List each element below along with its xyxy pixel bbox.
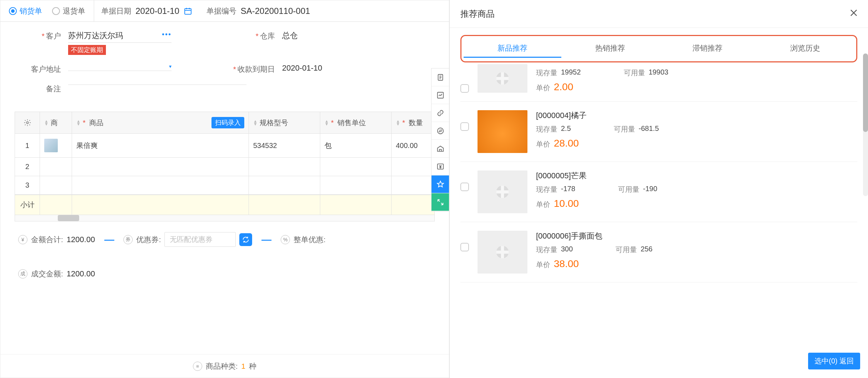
sort-icon: ▲▼ xyxy=(76,120,81,126)
currency-icon: ¥ xyxy=(18,235,27,244)
product-thumb xyxy=(44,139,58,152)
panel-title: 推荐商品 xyxy=(460,8,495,20)
svg-point-1 xyxy=(26,122,29,124)
tool-currency-icon[interactable] xyxy=(432,158,449,175)
doc-number-value: SA-20200110-001 xyxy=(241,6,310,16)
side-toolbar xyxy=(431,68,449,211)
product-image xyxy=(478,170,527,213)
table-row[interactable]: 1 果倍爽 534532 包 400.00 xyxy=(15,134,434,158)
tool-expand-icon[interactable] xyxy=(432,193,449,211)
doc-date-value[interactable]: 2020-01-10 xyxy=(136,6,179,16)
tab-hot[interactable]: 热销推荐 xyxy=(561,40,659,58)
horizontal-scrollbar[interactable] xyxy=(15,215,434,221)
col-spec[interactable]: ▲▼规格型号 xyxy=(249,112,320,133)
tab-label: 退货单 xyxy=(63,6,85,16)
customer-input[interactable]: 苏州万达沃尔玛 ••• xyxy=(68,29,172,43)
minus-icon: — xyxy=(261,234,271,245)
table-subtotal: 小计 xyxy=(15,195,434,215)
period-badge: 不固定账期 xyxy=(68,45,106,55)
amount-total: ¥ 金额合计: 1200.00 xyxy=(18,235,95,245)
tool-warehouse-icon[interactable] xyxy=(432,140,449,158)
tab-new[interactable]: 新品推荐 xyxy=(464,40,561,58)
radio-icon xyxy=(9,7,17,15)
checkbox[interactable] xyxy=(460,122,469,131)
product-image xyxy=(478,110,527,153)
minus-icon: — xyxy=(104,234,114,245)
col-unit[interactable]: ▲▼*销售单位 xyxy=(320,112,392,133)
doc-number: 单据编号 SA-20200110-001 xyxy=(199,6,317,16)
coupon-input[interactable]: 无匹配优惠券 xyxy=(164,232,236,247)
close-button[interactable] xyxy=(849,8,859,20)
customer-field: *客户 苏州万达沃尔玛 ••• 不固定账期 xyxy=(15,29,172,55)
tool-star-icon[interactable] xyxy=(432,175,449,193)
whole-discount: % 整单优惠: xyxy=(281,235,326,245)
label: 单据编号 xyxy=(206,6,236,16)
tab-return-order[interactable]: 退货单 xyxy=(47,6,90,16)
col-shang[interactable]: ▲▼商 xyxy=(40,112,72,133)
tab-history[interactable]: 浏览历史 xyxy=(756,40,854,58)
recommend-panel: 推荐商品 新品推荐 热销推荐 滞销推荐 浏览历史 250ml 现存量19952 … xyxy=(449,0,868,378)
label: 单据日期 xyxy=(101,6,131,16)
address-input[interactable]: ▾ xyxy=(68,62,172,71)
sales-form-pane: 销货单 退货单 单据日期 2020-01-10 单据编号 SA-20200110… xyxy=(0,0,449,378)
calendar-icon[interactable] xyxy=(184,7,192,15)
gear-icon xyxy=(24,119,31,127)
col-qty[interactable]: ▲▼*数量 xyxy=(392,112,434,133)
tool-note-icon[interactable] xyxy=(432,68,449,86)
chevron-down-icon[interactable]: ▾ xyxy=(169,63,172,69)
checkbox[interactable] xyxy=(460,243,469,251)
footer-bar: ≡ 商品种类: 1 种 xyxy=(0,354,449,378)
product-image xyxy=(478,64,527,93)
product-item[interactable]: [0000004]橘子 现存量2.5 可用量-681.5 单价28.00 xyxy=(460,102,857,162)
top-bar: 销货单 退货单 单据日期 2020-01-10 单据编号 SA-20200110… xyxy=(0,0,449,22)
coupon-icon: 券 xyxy=(123,235,133,244)
select-return-button[interactable]: 选中(0) 返回 xyxy=(808,353,860,369)
remark-input[interactable] xyxy=(68,82,246,85)
product-item[interactable]: 250ml 现存量19952 可用量19903 单价2.00 xyxy=(460,62,857,102)
form-area: *客户 苏州万达沃尔玛 ••• 不固定账期 *仓库 总仓 客户地 xyxy=(0,22,449,108)
tool-chart-icon[interactable] xyxy=(432,86,449,104)
product-list: 250ml 现存量19952 可用量19903 单价2.00 [0000004]… xyxy=(450,62,868,378)
product-item[interactable]: [0000005]芒果 现存量-178 可用量-190 单价10.00 xyxy=(460,162,857,222)
product-image xyxy=(478,231,527,274)
col-product[interactable]: ▲▼*商品扫码录入 xyxy=(72,112,249,133)
sort-icon: ▲▼ xyxy=(253,120,257,126)
coupon-field: 券 优惠券: 无匹配优惠券 xyxy=(123,232,252,247)
sort-icon: ▲▼ xyxy=(396,120,400,126)
warehouse-field: *仓库 总仓 xyxy=(229,29,382,43)
doc-date: 单据日期 2020-01-10 xyxy=(94,6,199,16)
table-header: ▲▼商 ▲▼*商品扫码录入 ▲▼规格型号 ▲▼*销售单位 ▲▼*数量 xyxy=(15,112,434,134)
checkbox[interactable] xyxy=(460,183,469,191)
address-field: 客户地址 ▾ xyxy=(15,62,172,74)
order-type-tabs: 销货单 退货单 xyxy=(0,0,94,21)
sort-icon: ▲▼ xyxy=(44,120,48,126)
tool-link-icon[interactable] xyxy=(432,104,449,122)
panel-header: 推荐商品 xyxy=(450,0,868,28)
svg-rect-0 xyxy=(185,9,191,14)
warehouse-input[interactable]: 总仓 xyxy=(282,29,382,43)
product-item[interactable]: [0000006]手撕面包 现存量300 可用量256 单价38.00 xyxy=(460,222,857,282)
totals-area: ¥ 金额合计: 1200.00 — 券 优惠券: 无匹配优惠券 — % 整单优惠… xyxy=(0,221,449,290)
remark-field: 备注 xyxy=(15,82,246,94)
recommend-tabs: 新品推荐 热销推荐 滞销推荐 浏览历史 xyxy=(460,35,857,62)
line-items-table: ▲▼商 ▲▼*商品扫码录入 ▲▼规格型号 ▲▼*销售单位 ▲▼*数量 1 果倍爽… xyxy=(15,112,435,221)
settings-column[interactable] xyxy=(15,112,40,133)
radio-icon xyxy=(52,7,60,15)
lookup-icon[interactable]: ••• xyxy=(162,30,172,39)
scan-button[interactable]: 扫码录入 xyxy=(211,117,244,128)
discount-icon: % xyxy=(281,235,290,244)
tab-sales-order[interactable]: 销货单 xyxy=(4,6,47,16)
due-date-input[interactable]: 2020-01-10 xyxy=(282,62,382,75)
vertical-scrollbar[interactable] xyxy=(863,53,868,196)
svg-point-4 xyxy=(437,128,443,134)
deal-icon: 成 xyxy=(18,269,27,279)
checkbox[interactable] xyxy=(460,84,469,93)
table-row[interactable]: 2 xyxy=(15,158,434,176)
table-row[interactable]: 3 xyxy=(15,176,434,195)
refresh-button[interactable] xyxy=(239,233,252,246)
tab-label: 销货单 xyxy=(20,6,42,16)
tool-swap-icon[interactable] xyxy=(432,122,449,140)
tab-slow[interactable]: 滞销推荐 xyxy=(659,40,757,58)
list-icon: ≡ xyxy=(193,362,202,371)
sort-icon: ▲▼ xyxy=(325,120,329,126)
